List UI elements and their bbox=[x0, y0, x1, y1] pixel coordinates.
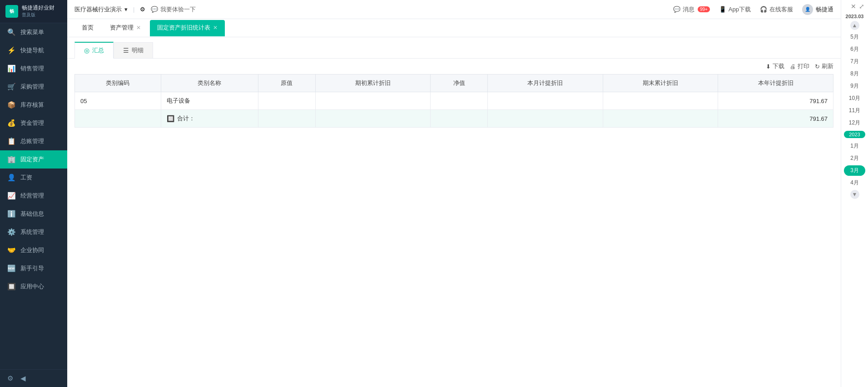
tab-asset-mgmt[interactable]: 资产管理 ✕ bbox=[103, 20, 148, 36]
col-init-depr: 期初累计折旧 bbox=[315, 74, 431, 92]
sales-icon: 📊 bbox=[7, 64, 16, 73]
service-btn[interactable]: 🎧 在线客服 bbox=[760, 5, 793, 14]
sidebar-item-search[interactable]: 🔍搜索菜单 bbox=[0, 23, 67, 41]
sidebar-item-cooperation[interactable]: 🤝企业协同 bbox=[0, 241, 67, 259]
tab-asset-label: 资产管理 bbox=[110, 24, 134, 32]
sub-tab-detail[interactable]: ☰ 明细 bbox=[114, 42, 153, 58]
message-btn[interactable]: 💬 消息 99+ bbox=[673, 5, 710, 14]
sidebar-item-funds[interactable]: 💰资金管理 bbox=[0, 114, 67, 132]
avatar: 👤 bbox=[802, 4, 813, 15]
print-label: 打印 bbox=[798, 62, 809, 70]
col-monthly-depr: 本月计提折旧 bbox=[487, 74, 603, 92]
app-download-btn[interactable]: 📱 App下载 bbox=[719, 5, 751, 14]
col-end-depr: 期末累计折旧 bbox=[603, 74, 718, 92]
date-month-prev-6[interactable]: 6月 bbox=[841, 43, 868, 55]
sub-tab-summary[interactable]: ◎ 汇总 bbox=[74, 42, 114, 59]
cell-code: 05 bbox=[75, 92, 161, 110]
guide-label: 新手引导 bbox=[20, 264, 44, 273]
topbar-divider: | bbox=[133, 6, 134, 13]
data-table-wrap: 类别编码 类别名称 原值 期初累计折旧 净值 本月计提折旧 期末累计折旧 本年计… bbox=[67, 74, 841, 387]
sidebar-item-quicknav[interactable]: ⚡快捷导航 bbox=[0, 41, 67, 60]
base-icon: ℹ️ bbox=[7, 210, 16, 218]
toolbar: ⬇ 下载 🖨 打印 ↻ 刷新 bbox=[67, 59, 841, 74]
cell-end-depr bbox=[603, 92, 718, 110]
sidebar-item-ledger[interactable]: 📋总账管理 bbox=[0, 132, 67, 150]
salary-icon: 👤 bbox=[7, 174, 16, 182]
depreciation-table: 类别编码 类别名称 原值 期初累计折旧 净值 本月计提折旧 期末累计折旧 本年计… bbox=[74, 74, 833, 128]
refresh-icon: ↻ bbox=[815, 63, 820, 70]
sidebar-item-guide[interactable]: 🆕新手引导 bbox=[0, 259, 67, 278]
settings-btn[interactable]: ⚙ bbox=[140, 6, 145, 13]
ledger-label: 总账管理 bbox=[20, 137, 44, 145]
date-month-prev-11[interactable]: 11月 bbox=[841, 104, 868, 117]
operation-icon: 📈 bbox=[7, 192, 16, 200]
panel-expand-btn[interactable]: ⤢ bbox=[859, 3, 864, 10]
sidebar-item-salary[interactable]: 👤工资 bbox=[0, 169, 67, 187]
dropdown-icon: ▾ bbox=[124, 6, 128, 13]
date-month-2023-2[interactable]: 2月 bbox=[841, 152, 868, 164]
total-label-text: 合计： bbox=[177, 114, 195, 123]
date-nav-up[interactable]: ▲ bbox=[850, 21, 859, 30]
message-icon: 💬 bbox=[673, 6, 680, 13]
company-selector[interactable]: 医疗器械行业演示 ▾ bbox=[74, 5, 128, 14]
date-year-2023[interactable]: 2023 bbox=[844, 131, 865, 138]
base-label: 基础信息 bbox=[20, 210, 44, 218]
sidebar-item-fixed[interactable]: 🏢固定资产 bbox=[0, 150, 67, 169]
service-label: 在线客服 bbox=[769, 5, 793, 14]
user-menu[interactable]: 👤 畅捷通 bbox=[802, 4, 833, 15]
sidebar: 畅 畅捷通好业财 普及版 🔍搜索菜单⚡快捷导航📊销售管理🛒采购管理📦库存核算💰资… bbox=[0, 0, 67, 387]
settings-icon[interactable]: ⚙ bbox=[7, 374, 13, 382]
inventory-icon: 📦 bbox=[7, 101, 16, 109]
username: 畅捷通 bbox=[816, 5, 833, 14]
sidebar-item-system[interactable]: ⚙️系统管理 bbox=[0, 223, 67, 241]
tab-asset-close[interactable]: ✕ bbox=[136, 25, 141, 31]
collapse-icon[interactable]: ◀ bbox=[20, 374, 26, 382]
date-month-prev-9[interactable]: 9月 bbox=[841, 80, 868, 92]
col-code: 类别编码 bbox=[75, 74, 161, 92]
sidebar-nav: 🔍搜索菜单⚡快捷导航📊销售管理🛒采购管理📦库存核算💰资金管理📋总账管理🏢固定资产… bbox=[0, 23, 67, 369]
sidebar-item-inventory[interactable]: 📦库存核算 bbox=[0, 96, 67, 114]
date-month-prev-8[interactable]: 8月 bbox=[841, 68, 868, 80]
tab-home[interactable]: 首页 bbox=[74, 20, 101, 36]
sidebar-item-purchase[interactable]: 🛒采购管理 bbox=[0, 78, 67, 96]
date-month-2023-3[interactable]: 3月 bbox=[844, 165, 865, 176]
app-icon: 📱 bbox=[719, 6, 726, 13]
tab-depreciation[interactable]: 固定资产折旧统计表 ✕ bbox=[150, 20, 225, 36]
sidebar-bottom: ⚙ ◀ bbox=[0, 369, 67, 387]
funds-label: 资金管理 bbox=[20, 119, 44, 127]
download-icon: ⬇ bbox=[766, 63, 771, 70]
date-month-2023-4[interactable]: 4月 bbox=[841, 177, 868, 189]
user-icon: 👤 bbox=[805, 7, 810, 12]
cell-monthly-depr bbox=[487, 92, 603, 110]
date-month-prev-5[interactable]: 5月 bbox=[841, 31, 868, 43]
current-date-label: 2023.03 bbox=[841, 13, 868, 20]
total-icon: 🔲 bbox=[167, 115, 174, 122]
tab-depreciation-close[interactable]: ✕ bbox=[213, 25, 218, 31]
search-label: 搜索菜单 bbox=[20, 28, 44, 36]
app-label: App下载 bbox=[729, 5, 751, 14]
message-label: 消息 bbox=[683, 5, 694, 14]
salary-label: 工资 bbox=[20, 174, 32, 182]
panel-close-btn[interactable]: ✕ bbox=[851, 3, 856, 10]
cooperation-icon: 🤝 bbox=[7, 246, 16, 254]
content-area: ◎ 汇总 ☰ 明细 ⬇ 下载 🖨 打印 ↻ 刷新 bbox=[67, 37, 841, 387]
sidebar-item-sales[interactable]: 📊销售管理 bbox=[0, 60, 67, 78]
date-month-prev-7[interactable]: 7月 bbox=[841, 55, 868, 68]
print-btn[interactable]: 🖨 打印 bbox=[790, 62, 809, 70]
refresh-btn[interactable]: ↻ 刷新 bbox=[815, 62, 833, 70]
sidebar-item-base[interactable]: ℹ️基础信息 bbox=[0, 205, 67, 223]
sidebar-item-operation[interactable]: 📈经营管理 bbox=[0, 187, 67, 205]
purchase-label: 采购管理 bbox=[20, 83, 44, 91]
funds-icon: 💰 bbox=[7, 119, 16, 127]
experience-icon: 💬 bbox=[151, 6, 158, 13]
service-icon: 🎧 bbox=[760, 6, 767, 13]
download-btn[interactable]: ⬇ 下载 bbox=[766, 62, 784, 70]
date-month-2023-1[interactable]: 1月 bbox=[841, 140, 868, 152]
sidebar-item-apps[interactable]: 🔲应用中心 bbox=[0, 278, 67, 296]
logo-icon: 畅 bbox=[5, 5, 18, 18]
experience-btn[interactable]: 💬 我要体验一下 bbox=[151, 5, 196, 14]
date-month-prev-12[interactable]: 12月 bbox=[841, 117, 868, 129]
total-cell bbox=[75, 110, 161, 128]
date-month-prev-10[interactable]: 10月 bbox=[841, 92, 868, 104]
date-nav-down[interactable]: ▼ bbox=[850, 190, 859, 199]
